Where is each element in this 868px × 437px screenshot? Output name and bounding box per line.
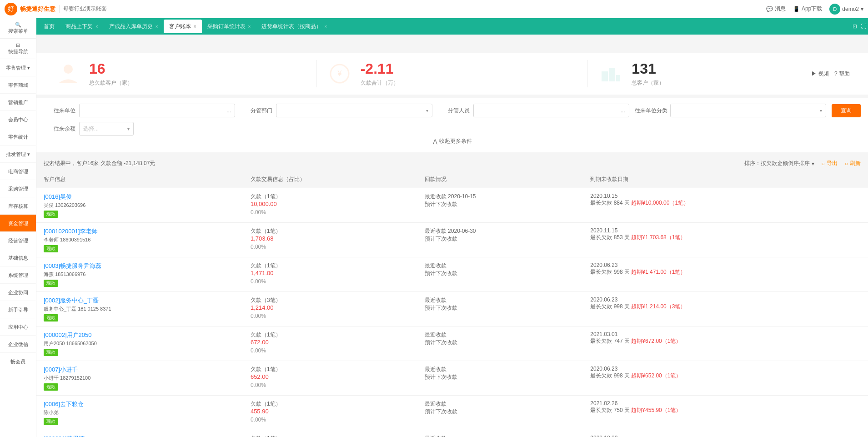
customer-name-7[interactable]: [000001]黄思源 <box>44 435 236 437</box>
debt-amount-2: 1,471.00 <box>251 270 410 276</box>
tab-1[interactable]: 商品上下架× <box>60 20 104 33</box>
overdue-amount-1[interactable]: 超期¥1,703.68（1笔） <box>631 234 686 241</box>
nav-icon: ⊞ <box>16 42 20 48</box>
customer-name-4[interactable]: [000002]用户2050 <box>44 331 236 339</box>
customer-name-1[interactable]: [0001020001]李老师 <box>44 227 236 236</box>
table-row: [0006]去下粮仓 陈小弟 现款 欠款（1笔） 455.90 0.00% 最近… <box>36 396 868 430</box>
th-customer-info: 客户信息 <box>36 171 243 188</box>
table-row: [0002]服务中心_丁磊 服务中心_丁磊 181 0125 8371 现款 欠… <box>36 292 868 326</box>
sidebar-item-8[interactable]: 库存核算 <box>0 197 36 215</box>
filter-select-balance[interactable]: 选择... ▾ <box>79 122 134 136</box>
customer-phone-6: 陈小弟 <box>44 409 236 416</box>
debt-pct-1: 0.00% <box>251 244 410 250</box>
overdue-amount-2[interactable]: 超期¥1,471.00（1笔） <box>631 269 686 275</box>
debt-pct-0: 0.00% <box>251 209 410 216</box>
tag-xian-0: 现款 <box>44 211 58 218</box>
svg-rect-3 <box>602 71 608 81</box>
filter-select-dept[interactable]: ▾ <box>276 104 432 117</box>
tab-0[interactable]: 首页 <box>38 20 60 33</box>
search-menu[interactable]: 🔍 搜索菜单 <box>0 18 36 39</box>
customer-cell-2: [0003]畅捷服务尹海蕊 海燕 18513066976 现款 <box>36 257 243 292</box>
tab-close-3[interactable]: × <box>194 24 196 29</box>
sidebar: 🔍 搜索菜单 ⊞ 快捷导航 零售管理 ▾零售商城营销推广会员中心零售统计批发管理… <box>0 18 36 437</box>
app-download-button[interactable]: 📱 App下载 <box>793 5 822 13</box>
sidebar-item-6[interactable]: 电商管理 <box>0 163 36 180</box>
debt-pct-5: 0.00% <box>251 382 410 388</box>
tag-xian-5: 现款 <box>44 383 58 391</box>
customer-name-0[interactable]: [0016]吴俊 <box>44 193 236 201</box>
overdue-amount-5[interactable]: 超期¥652.00（1笔） <box>631 372 681 379</box>
collapse-button[interactable]: ⋀ 收起更多条件 <box>44 136 861 147</box>
sidebar-item-17[interactable]: 畅会员 <box>0 353 36 370</box>
debt-desc-1: 欠款（1笔） <box>251 227 410 235</box>
sidebar-item-4[interactable]: 零售统计 <box>0 128 36 146</box>
sidebar-item-16[interactable]: 企业微信 <box>0 336 36 353</box>
tag-xian-4: 现款 <box>44 349 58 356</box>
help-button[interactable]: ? 帮助 <box>834 70 850 78</box>
user-chevron-icon: ▾ <box>861 6 863 12</box>
tab-close-5[interactable]: × <box>324 24 327 29</box>
tab-close-2[interactable]: × <box>156 24 158 29</box>
sidebar-item-3[interactable]: 会员中心 <box>0 111 36 128</box>
debt-cell-2: 欠款（1笔） 1,471.00 0.00% <box>243 257 417 292</box>
export-button[interactable]: ○ 导出 <box>822 160 838 167</box>
customer-name-6[interactable]: [0006]去下粮仓 <box>44 400 236 408</box>
message-button[interactable]: 💬 消息 <box>766 5 786 13</box>
due-date-6: 2021.02.26 <box>590 400 861 407</box>
user-menu[interactable]: D demo2 ▾ <box>829 4 863 15</box>
sort-select[interactable]: 排序：按欠款金额倒序排序 ▾ <box>744 160 814 167</box>
data-table: 客户信息 欠款交易信息（占比） 回款情况 到期未收款日期 [0016]吴俊 吴俊… <box>36 171 868 437</box>
sidebar-item-0[interactable]: 零售管理 ▾ <box>0 59 36 76</box>
sidebar-item-11[interactable]: 基础信息 <box>0 249 36 266</box>
last-pay-4: 最近收款 <box>425 331 576 339</box>
tab-3[interactable]: 客户账本× <box>164 20 202 33</box>
tab-4[interactable]: 采购订单统计表× <box>202 20 256 33</box>
tab-close-4[interactable]: × <box>248 24 251 29</box>
tab-5[interactable]: 进货单统计表（按商品）× <box>256 20 332 33</box>
sidebar-item-14[interactable]: 新手引导 <box>0 301 36 318</box>
tab-window-icon[interactable]: ⊡ <box>853 23 857 30</box>
overdue-days-0: 最长欠款 884 天 超期¥10,000.00（1笔） <box>590 199 861 207</box>
customer-name-5[interactable]: [0007]小进千 <box>44 366 236 374</box>
refresh-button[interactable]: ○ 刷新 <box>845 160 861 167</box>
sidebar-item-13[interactable]: 企业协同 <box>0 284 36 301</box>
filter-item-balance: 往来余额 选择... ▾ <box>44 122 162 136</box>
filter-input-person[interactable]: ... <box>473 104 629 117</box>
quick-nav[interactable]: ⊞ 快捷导航 <box>0 39 36 59</box>
next-pay-1: 预计下次收款 <box>425 235 576 243</box>
overdue-amount-0[interactable]: 超期¥10,000.00（1笔） <box>631 200 689 206</box>
customer-name-2[interactable]: [0003]畅捷服务尹海蕊 <box>44 262 236 270</box>
th-due-date: 到期未收款日期 <box>583 171 868 188</box>
sidebar-item-2[interactable]: 营销推广 <box>0 94 36 111</box>
tab-close-1[interactable]: × <box>95 24 98 29</box>
due-date-cell-4: 2021.03.01 最长欠款 747 天 超期¥672.00（1笔） <box>583 326 868 361</box>
last-pay-3: 最近收款 <box>425 296 576 304</box>
tab-2[interactable]: 产成品入库单历史× <box>104 20 164 33</box>
debt-cell-5: 欠款（1笔） 652.00 0.00% <box>243 361 417 396</box>
search-button[interactable]: 查询 <box>832 104 861 117</box>
sidebar-item-1[interactable]: 零售商城 <box>0 76 36 94</box>
sidebar-item-12[interactable]: 系统管理 <box>0 266 36 284</box>
repayment-cell-7: 最近收款 预计下次收款 <box>417 430 583 437</box>
sort-chevron-icon: ▾ <box>812 161 814 167</box>
last-pay-5: 最近收款 <box>425 366 576 373</box>
overdue-amount-6[interactable]: 超期¥455.90（1笔） <box>631 407 681 413</box>
company-selector[interactable]: 母婴行业演示账套 <box>59 5 110 13</box>
customer-cell-0: [0016]吴俊 吴俊 13026203696 现款 <box>36 188 243 223</box>
filter-select-category[interactable]: ▾ <box>670 104 826 117</box>
overdue-amount-4[interactable]: 超期¥672.00（1笔） <box>631 338 681 344</box>
video-button[interactable]: ▶ 视频 <box>811 70 829 78</box>
top-bar-right: 💬 消息 📱 App下载 D demo2 ▾ <box>766 4 863 15</box>
sidebar-item-10[interactable]: 经营管理 <box>0 232 36 249</box>
overdue-amount-3[interactable]: 超期¥1,214.00（3笔） <box>631 303 686 310</box>
sidebar-item-9[interactable]: 资金管理 <box>0 215 36 232</box>
sidebar-item-7[interactable]: 采购管理 <box>0 180 36 197</box>
sidebar-item-5[interactable]: 批发管理 ▾ <box>0 146 36 163</box>
debt-cell-6: 欠款（1笔） 455.90 0.00% <box>243 396 417 430</box>
tab-expand-icon[interactable]: ⛶ <box>861 23 866 30</box>
repayment-cell-4: 最近收款 预计下次收款 <box>417 326 583 361</box>
filter-input-unit[interactable]: ... <box>79 104 235 117</box>
filter-item-dept: 分管部门 ▾ <box>241 104 432 117</box>
sidebar-item-15[interactable]: 应用中心 <box>0 318 36 336</box>
customer-name-3[interactable]: [0002]服务中心_丁磊 <box>44 296 236 305</box>
